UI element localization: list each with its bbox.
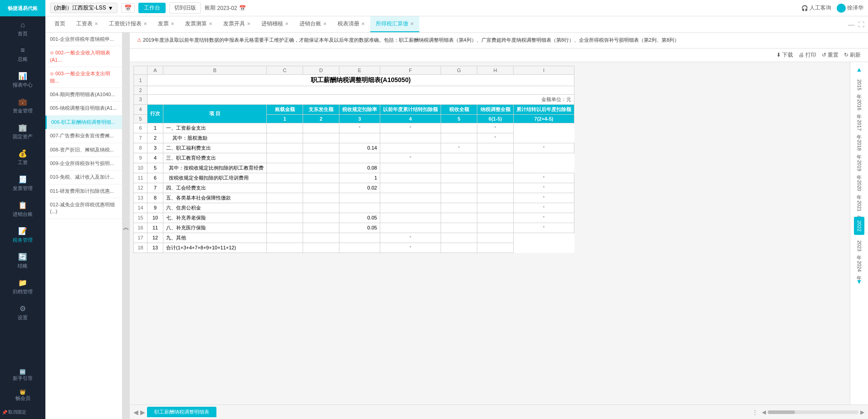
form-list-item-010[interactable]: 010-免税、减计收入及加计... — [45, 171, 122, 184]
tab-minimize-icon[interactable]: — — [848, 21, 854, 28]
guide-icon: 🆕 — [20, 369, 26, 375]
sidebar-item-purchase[interactable]: 📋 进销台账 — [0, 196, 45, 222]
main-area: (勿删）江西股宝-LSS ▼ 📅 工作台 切到旧版 账期 2023-02 📅 🎧… — [45, 0, 868, 419]
spreadsheet-title: 职工薪酬纳税调整明细表(A105050) — [147, 74, 574, 86]
switch-old-button[interactable]: 切到旧版 — [169, 2, 201, 14]
sidebar-item-invoice-mgmt[interactable]: 🧾 发票管理 — [0, 171, 45, 196]
form-list-item-007[interactable]: 007-广告费和业务宣传费摊... — [45, 129, 122, 143]
sidebar-item-archive[interactable]: 📁 归档管理 — [0, 274, 45, 300]
sheet-menu-icon[interactable]: ⋮ — [752, 409, 758, 416]
sidebar-item-settings[interactable]: ⚙ 设置 — [0, 300, 45, 326]
scroll-left-icon[interactable]: ◀ — [762, 409, 766, 415]
sidebar-item-asset-mgmt[interactable]: 💼 资金管理 — [0, 93, 45, 119]
scroll-track[interactable] — [768, 410, 858, 414]
year-2016[interactable]: 2016年 — [854, 96, 864, 114]
tab-invoice-open-close[interactable]: ✕ — [247, 21, 250, 26]
sidebar-bottom: 🆕 新手引导 👑 畅会员 📌 取消固定 — [0, 365, 45, 419]
tab-invoice[interactable]: 发票 ✕ — [152, 16, 180, 32]
form-list-item-005[interactable]: 005-纳税调整项目明细表(A1... — [45, 102, 122, 115]
form-list-item-003[interactable]: ⊙ 003-一般企业业本支出明细... — [45, 67, 122, 88]
tab-payroll-stat[interactable]: 工资统计报表 ✕ — [103, 16, 152, 32]
hdr-col7: 7(2+4-5) — [514, 114, 574, 123]
form-list-item-006[interactable]: 006-职工薪酬纳税调整明细... — [45, 116, 122, 129]
print-icon: 🖨 — [799, 52, 804, 58]
spreadsheet-container[interactable]: A B C D E F G H I — [130, 62, 850, 404]
tab-invoice-calc[interactable]: 发票测算 ✕ — [180, 16, 218, 32]
form-list-item-002[interactable]: ⊙ 002-一般企业收入明细表(A1... — [45, 46, 122, 67]
scroll-thumb[interactable] — [768, 410, 795, 414]
hdr-prev-carry: 以前年度累计结转扣除额 — [380, 104, 441, 114]
form-list-item-011[interactable]: 011-研发费用加计扣除优惠... — [45, 185, 122, 198]
table-row: 15 10 七、补充养老保险 0.05 * — [134, 213, 574, 223]
year-2020[interactable]: 2020年 — [854, 176, 864, 195]
year-2021[interactable]: 2021年 — [854, 197, 864, 215]
year-2017[interactable]: 2017年 — [854, 116, 864, 134]
tab-tax-clearance-close[interactable]: ✕ — [361, 21, 365, 26]
hdr-col1: 1 — [267, 114, 303, 123]
user-avatar[interactable]: 徐泽华 — [837, 4, 863, 13]
company-selector[interactable]: (勿删）江西股宝-LSS ▼ — [50, 3, 118, 13]
print-button[interactable]: 🖨 打印 — [799, 51, 816, 59]
download-button[interactable]: ⬇ 下载 — [776, 51, 793, 59]
form-list-item-004[interactable]: 004-期间费用明细表(A1040... — [45, 88, 122, 102]
form-list-item-001[interactable]: 001-企业所得税年度纳税申... — [45, 33, 122, 46]
form-list-item-009[interactable]: 009-企业所得税弥补亏损明... — [45, 157, 122, 171]
tab-bar: 首页 工资表 ✕ 工资统计报表 ✕ 发票 ✕ 发票测算 ✕ 发票开具 ✕ 进销稽… — [45, 16, 868, 33]
year-nav-down-button[interactable]: ▼ — [854, 276, 864, 287]
sidebar-item-fixed-asset[interactable]: 🏢 固定资产 — [0, 119, 45, 145]
form-list-item-008[interactable]: 008-资产折旧、摊销及纳税... — [45, 143, 122, 157]
year-2023[interactable]: 2023年 — [854, 237, 864, 255]
cancel-pin-button[interactable]: 📌 取消固定 — [0, 405, 45, 419]
tab-purchase-check[interactable]: 进销稽核 ✕ — [256, 16, 294, 32]
tab-income-tax-close[interactable]: ✕ — [410, 21, 414, 26]
year-2015[interactable]: 2015年 — [854, 76, 864, 94]
year-2024[interactable]: 2024年 — [854, 257, 864, 275]
calendar-btn[interactable]: 📅 — [121, 3, 135, 13]
year-nav-up-button[interactable]: ▲ — [854, 64, 864, 75]
tab-maximize-icon[interactable]: ⛶ — [858, 21, 864, 28]
sidebar-item-guide[interactable]: 🆕 新手引导 — [0, 365, 45, 385]
tab-payroll-stat-close[interactable]: ✕ — [143, 21, 147, 26]
year-2019[interactable]: 2019年 — [854, 156, 864, 175]
period-value: 2023-02 — [217, 5, 237, 11]
table-row: 16 11 八、补充医疗保险 0.05 * — [134, 223, 574, 233]
tab-purchase-check-close[interactable]: ✕ — [285, 21, 289, 26]
sidebar-item-home[interactable]: ⌂ 首页 — [0, 16, 45, 42]
year-2022[interactable]: 2022年 — [854, 217, 864, 235]
year-2018[interactable]: 2018年 — [854, 136, 864, 154]
scroll-right-icon[interactable]: ▶ — [860, 409, 864, 415]
sheet-nav-left[interactable]: ◀ — [133, 409, 138, 416]
form-list-item-012[interactable]: 012-减免企业所得税优惠明细(...) — [45, 198, 122, 219]
tab-payroll-close[interactable]: ✕ — [94, 21, 98, 26]
tab-tax-clearance[interactable]: 税表清册 ✕ — [332, 16, 370, 32]
period-calendar-icon[interactable]: 📅 — [239, 5, 246, 11]
tab-home[interactable]: 首页 — [49, 16, 71, 32]
sidebar-item-member[interactable]: 👑 畅会员 — [0, 385, 45, 405]
hdr-col5: 5 — [441, 114, 477, 123]
workspace-button[interactable]: 工作台 — [138, 3, 166, 13]
sheet-tab-active[interactable]: 职工薪酬纳税调整明细表 — [147, 407, 216, 417]
sidebar-item-settlement[interactable]: 🔄 结账 — [0, 248, 45, 274]
refresh-button[interactable]: ↻ 刷新 — [844, 51, 861, 59]
empty-row-2: 2 — [134, 86, 574, 94]
tab-invoice-open[interactable]: 发票开具 ✕ — [218, 16, 256, 32]
tab-income-tax[interactable]: 所得税汇算缴 ✕ — [370, 16, 419, 32]
reset-button[interactable]: ↺ 重置 — [822, 51, 839, 59]
tab-purchase-ledger[interactable]: 进销台账 ✕ — [294, 16, 332, 32]
warning-bar: ⚠ 2019年度涉及取以前年度结转数据的申报表单元格需要手工维护正确，才能保证本… — [130, 33, 868, 49]
tab-invoice-close[interactable]: ✕ — [171, 21, 174, 26]
sheet-nav-right[interactable]: ▶ — [140, 409, 145, 416]
sidebar-item-report[interactable]: 📊 报表中心 — [0, 67, 45, 93]
col-G: G — [441, 66, 477, 74]
tab-payroll[interactable]: 工资表 ✕ — [71, 16, 103, 32]
horizontal-scroll[interactable]: ◀ ▶ — [762, 409, 864, 415]
service-btn[interactable]: 🎧 人工客询 — [801, 4, 831, 12]
collapse-panel-button[interactable]: 《 — [123, 33, 130, 419]
tab-purchase-ledger-close[interactable]: ✕ — [323, 21, 327, 26]
sidebar-item-payroll[interactable]: 💰 工资 — [0, 145, 45, 171]
year-panel: ▲ 2015年 2016年 2017年 2018年 2019年 2020年 20… — [850, 62, 868, 404]
tab-invoice-calc-close[interactable]: ✕ — [209, 21, 212, 26]
sidebar-item-tax-mgmt[interactable]: 📝 税务管理 — [0, 222, 45, 248]
member-icon: 👑 — [20, 389, 26, 395]
sidebar-item-ledger[interactable]: ≡ 总账 — [0, 42, 45, 67]
